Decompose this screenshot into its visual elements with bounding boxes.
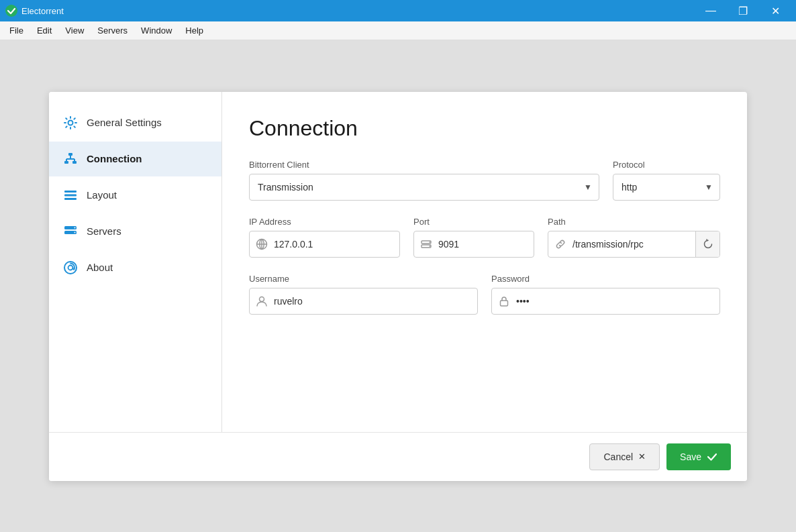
svg-point-15	[74, 231, 76, 233]
menu-help[interactable]: Help	[179, 23, 210, 38]
port-input[interactable]	[438, 231, 534, 257]
path-input[interactable]	[573, 231, 695, 257]
sidebar: General Settings C	[49, 92, 222, 432]
path-refresh-button[interactable]	[695, 231, 719, 257]
app-icon	[5, 5, 17, 17]
minimize-button[interactable]: —	[695, 0, 726, 21]
svg-point-17	[68, 265, 73, 270]
form-row-user-pass: Username	[249, 274, 720, 315]
username-input-wrapper	[249, 288, 478, 315]
cancel-label: Cancel	[603, 451, 633, 462]
dialog-footer: Cancel ✕ Save	[49, 432, 747, 481]
protocol-group: Protocol http https ▼	[613, 160, 720, 201]
ip-address-label: IP Address	[249, 217, 400, 227]
sidebar-item-servers[interactable]: Servers	[49, 214, 221, 249]
dialog-main: General Settings C	[49, 92, 747, 432]
path-input-wrapper	[548, 231, 720, 258]
network-port-icon	[414, 238, 438, 250]
password-label: Password	[491, 274, 720, 284]
sidebar-item-connection[interactable]: Connection	[49, 142, 221, 176]
cancel-button[interactable]: Cancel ✕	[589, 443, 660, 470]
svg-rect-27	[501, 301, 508, 306]
protocol-select[interactable]: http https	[613, 174, 719, 200]
menu-servers[interactable]: Servers	[91, 23, 134, 38]
menu-bar: File Edit View Servers Window Help	[0, 21, 796, 40]
svg-rect-2	[68, 153, 72, 156]
user-icon	[250, 295, 274, 307]
save-label: Save	[680, 451, 701, 462]
sidebar-label-general-settings: General Settings	[87, 117, 162, 128]
svg-rect-10	[64, 194, 77, 196]
sidebar-label-about: About	[87, 262, 113, 273]
form-section: Bittorrent Client Transmission qBittorre…	[249, 160, 720, 315]
form-row-ip-port-path: IP Address	[249, 217, 720, 258]
close-button[interactable]: ✕	[760, 0, 791, 21]
menu-view[interactable]: View	[58, 23, 91, 38]
username-group: Username	[249, 274, 478, 315]
sidebar-item-general-settings[interactable]: General Settings	[49, 105, 221, 140]
menu-window[interactable]: Window	[134, 23, 179, 38]
port-label: Port	[413, 217, 534, 227]
save-button[interactable]: Save	[666, 443, 731, 470]
username-input[interactable]	[274, 288, 477, 314]
form-row-client-protocol: Bittorrent Client Transmission qBittorre…	[249, 160, 720, 201]
servers-icon	[62, 223, 79, 240]
page-title: Connection	[249, 116, 720, 141]
link-icon	[548, 238, 573, 250]
content-area: Connection Bittorrent Client Transmissio…	[222, 92, 747, 432]
save-check-icon	[707, 451, 717, 462]
svg-point-1	[68, 120, 73, 125]
svg-point-24	[430, 242, 431, 243]
globe-icon	[250, 238, 274, 250]
port-group: Port	[413, 217, 534, 258]
title-bar-left: Electorrent	[5, 5, 64, 17]
svg-point-26	[260, 297, 264, 301]
path-group: Path	[548, 217, 720, 258]
maximize-button[interactable]: ❐	[728, 0, 758, 21]
sidebar-label-connection: Connection	[87, 153, 142, 164]
sidebar-item-layout[interactable]: Layout	[49, 178, 221, 213]
username-label: Username	[249, 274, 478, 284]
port-input-wrapper	[413, 231, 534, 258]
svg-rect-9	[64, 191, 77, 193]
ip-address-input[interactable]	[274, 231, 399, 257]
svg-point-25	[430, 246, 431, 247]
sidebar-label-layout: Layout	[87, 189, 117, 201]
layout-icon	[62, 187, 79, 203]
lock-icon	[492, 295, 516, 307]
at-icon	[62, 260, 79, 276]
app-title: Electorrent	[21, 6, 64, 16]
svg-rect-3	[64, 161, 68, 164]
bittorrent-client-label: Bittorrent Client	[249, 160, 599, 170]
protocol-label: Protocol	[613, 160, 720, 170]
menu-file[interactable]: File	[3, 23, 30, 38]
sidebar-item-about[interactable]: About	[49, 250, 221, 285]
bittorrent-client-select-wrapper: Transmission qBittorrent Deluge uTorrent…	[249, 174, 599, 201]
protocol-select-wrapper: http https ▼	[613, 174, 720, 201]
password-group: Password	[491, 274, 720, 315]
bittorrent-client-select[interactable]: Transmission qBittorrent Deluge uTorrent	[250, 174, 599, 200]
svg-rect-4	[72, 161, 77, 164]
menu-edit[interactable]: Edit	[30, 23, 58, 38]
sidebar-label-servers: Servers	[87, 225, 121, 237]
password-input-wrapper	[491, 288, 720, 315]
ip-address-group: IP Address	[249, 217, 400, 258]
bittorrent-client-group: Bittorrent Client Transmission qBittorre…	[249, 160, 599, 201]
svg-point-14	[74, 227, 76, 228]
password-input[interactable]	[516, 288, 719, 314]
svg-point-0	[5, 5, 17, 17]
app-body: General Settings C	[0, 40, 796, 532]
settings-dialog: General Settings C	[49, 92, 747, 481]
svg-rect-11	[64, 198, 77, 200]
gear-icon	[62, 115, 79, 131]
network-icon	[62, 151, 79, 167]
path-label: Path	[548, 217, 720, 227]
title-bar: Electorrent — ❐ ✕	[0, 0, 796, 21]
title-bar-controls: — ❐ ✕	[695, 0, 791, 21]
ip-address-input-wrapper	[249, 231, 400, 258]
cancel-x-icon: ✕	[638, 451, 646, 462]
